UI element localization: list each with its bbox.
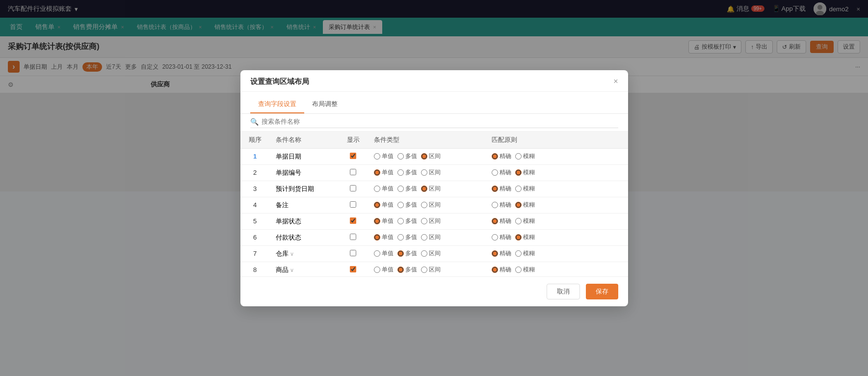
type-option-单值-2[interactable]: 单值 bbox=[374, 185, 394, 191]
conditions-table: 顺序 条件名称 显示 条件类型 匹配原则 1单据日期单值多值区间精确模糊2单据编… bbox=[240, 132, 628, 192]
type-option-多值-2[interactable]: 多值 bbox=[397, 185, 417, 191]
type-radio-group-1: 单值多值区间 bbox=[374, 168, 480, 177]
type-option-区间-0[interactable]: 区间 bbox=[421, 152, 441, 161]
row-display-1[interactable] bbox=[339, 164, 368, 181]
type-radio-group-0: 单值多值区间 bbox=[374, 152, 480, 161]
type-radio-group-2: 单值多值区间 bbox=[374, 185, 480, 191]
type-option-多值-0[interactable]: 多值 bbox=[397, 152, 417, 161]
row-type-1[interactable]: 单值多值区间 bbox=[368, 164, 486, 181]
row-name-0: 单据日期 bbox=[270, 148, 339, 164]
dialog-tab-query-fields-label: 查询字段设置 bbox=[258, 100, 296, 107]
display-checkbox-0[interactable] bbox=[350, 153, 356, 159]
type-option-多值-1[interactable]: 多值 bbox=[397, 168, 417, 177]
dialog-tabs: 查询字段设置 布局调整 bbox=[240, 92, 628, 114]
settings-dialog: 设置查询区域布局 × 查询字段设置 布局调整 🔍 顺序 bbox=[240, 70, 628, 192]
search-icon: 🔍 bbox=[250, 118, 259, 126]
col-header-type: 条件类型 bbox=[368, 132, 486, 149]
dialog-title: 设置查询区域布局 bbox=[250, 77, 309, 86]
row-type-2[interactable]: 单值多值区间 bbox=[368, 181, 486, 191]
match-option-模糊-2[interactable]: 模糊 bbox=[515, 185, 535, 191]
condition-search-input[interactable] bbox=[262, 118, 618, 125]
row-order-2: 3 bbox=[240, 181, 270, 191]
display-checkbox-1[interactable] bbox=[350, 169, 356, 175]
row-match-1[interactable]: 精确模糊 bbox=[486, 164, 628, 181]
match-option-模糊-0[interactable]: 模糊 bbox=[515, 152, 535, 161]
dialog-tab-layout[interactable]: 布局调整 bbox=[304, 97, 345, 113]
col-header-name: 条件名称 bbox=[270, 132, 339, 149]
match-radio-group-0: 精确模糊 bbox=[492, 152, 622, 161]
row-match-0[interactable]: 精确模糊 bbox=[486, 148, 628, 164]
match-radio-group-2: 精确模糊 bbox=[492, 185, 622, 191]
match-option-精确-1[interactable]: 精确 bbox=[492, 168, 511, 177]
table-row: 2单据编号单值多值区间精确模糊 bbox=[240, 164, 628, 181]
dialog-close-button[interactable]: × bbox=[613, 78, 618, 85]
col-header-order: 顺序 bbox=[240, 132, 270, 149]
type-option-区间-1[interactable]: 区间 bbox=[421, 168, 441, 177]
match-option-精确-0[interactable]: 精确 bbox=[492, 152, 511, 161]
display-checkbox-2[interactable] bbox=[350, 185, 356, 191]
conditions-table-container: 顺序 条件名称 显示 条件类型 匹配原则 1单据日期单值多值区间精确模糊2单据编… bbox=[240, 132, 628, 192]
row-type-0[interactable]: 单值多值区间 bbox=[368, 148, 486, 164]
dialog-search-area: 🔍 bbox=[240, 114, 628, 132]
match-radio-group-1: 精确模糊 bbox=[492, 168, 622, 177]
type-option-单值-0[interactable]: 单值 bbox=[374, 152, 394, 161]
type-option-单值-1[interactable]: 单值 bbox=[374, 168, 394, 177]
dialog-tab-layout-label: 布局调整 bbox=[312, 100, 338, 107]
match-option-模糊-1[interactable]: 模糊 bbox=[515, 168, 535, 177]
dialog-overlay: 设置查询区域布局 × 查询字段设置 布局调整 🔍 顺序 bbox=[0, 0, 868, 191]
row-match-2[interactable]: 精确模糊 bbox=[486, 181, 628, 191]
dialog-header: 设置查询区域布局 × bbox=[240, 70, 628, 92]
row-name-1: 单据编号 bbox=[270, 164, 339, 181]
col-header-match: 匹配原则 bbox=[486, 132, 628, 149]
dialog-tab-query-fields[interactable]: 查询字段设置 bbox=[250, 97, 304, 113]
table-row: 1单据日期单值多值区间精确模糊 bbox=[240, 148, 628, 164]
row-order-0: 1 bbox=[240, 148, 270, 164]
type-option-区间-2[interactable]: 区间 bbox=[421, 185, 441, 191]
match-option-精确-2[interactable]: 精确 bbox=[492, 185, 511, 191]
table-row: 3预计到货日期单值多值区间精确模糊 bbox=[240, 181, 628, 191]
row-display-0[interactable] bbox=[339, 148, 368, 164]
row-name-2: 预计到货日期 bbox=[270, 181, 339, 191]
row-display-2[interactable] bbox=[339, 181, 368, 191]
row-order-1: 2 bbox=[240, 164, 270, 181]
col-header-display: 显示 bbox=[339, 132, 368, 149]
